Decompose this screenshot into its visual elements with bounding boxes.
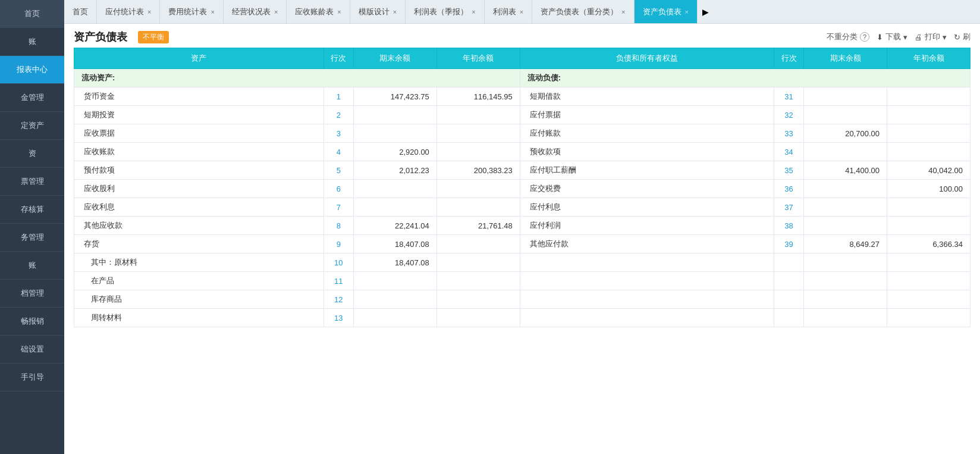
left-end-balance xyxy=(353,124,436,143)
close-tab-expense-stats[interactable]: × xyxy=(211,8,214,15)
right-end-balance: 8,649.27 xyxy=(804,235,887,253)
table-container: 资产 行次 期末余额 年初余额 负债和所有者权益 行次 期末余额 年初余额 流动… xyxy=(64,48,980,454)
right-end-balance xyxy=(804,272,887,290)
tab-template-design[interactable]: 模版设计 × xyxy=(350,0,406,24)
table-row[interactable]: 库存商品 12 xyxy=(74,290,970,309)
tab-profit-quarterly[interactable]: 利润表（季报） × xyxy=(406,0,484,24)
close-tab-balance-reclassified[interactable]: × xyxy=(621,8,625,15)
close-tab-receivable-aging[interactable]: × xyxy=(337,8,341,15)
sidebar-item-basic-settings[interactable]: 础设置 xyxy=(0,336,64,364)
close-tab-payable-stats[interactable]: × xyxy=(147,8,151,15)
right-name: 应付账款 xyxy=(520,124,774,143)
table-row[interactable]: 在产品 11 xyxy=(74,272,970,290)
download-action[interactable]: ⬇ 下载 ▾ xyxy=(877,32,907,42)
table-row[interactable]: 其他应收款 8 22,241.04 21,761.48 应付利润 38 xyxy=(74,217,970,235)
section-left-label: 流动资产: xyxy=(74,69,520,87)
table-row[interactable]: 其中：原材料 10 18,407.08 xyxy=(74,253,970,272)
close-tab-operation-status[interactable]: × xyxy=(274,8,278,15)
left-year-begin xyxy=(436,106,520,124)
table-row[interactable]: 存货 9 18,407.08 其他应付款 39 8,649.27 6,366.3… xyxy=(74,235,970,253)
sidebar-item-fixed-assets[interactable]: 定资产 xyxy=(0,112,64,140)
sidebar-item-home[interactable]: 首页 xyxy=(0,0,64,28)
left-name: 货币资金 xyxy=(74,87,324,106)
right-row-num: 35 xyxy=(774,161,804,180)
sidebar-item-bill-mgmt[interactable]: 票管理 xyxy=(0,168,64,196)
right-end-balance xyxy=(804,87,887,106)
left-end-balance xyxy=(353,198,436,217)
main-content: 首页 应付统计表 × 费用统计表 × 经营状况表 × 应收账龄表 × 模版设计 … xyxy=(64,0,980,454)
right-year-begin xyxy=(887,124,970,143)
close-tab-balance-sheet[interactable]: × xyxy=(685,8,689,15)
right-row-num: 36 xyxy=(774,180,804,198)
right-end-balance xyxy=(804,198,887,217)
refresh-action[interactable]: ↻ 刷 xyxy=(954,32,970,42)
left-row-num: 11 xyxy=(323,272,353,290)
table-row[interactable]: 短期投资 2 应付票据 32 xyxy=(74,106,970,124)
table-row[interactable]: 周转材料 13 xyxy=(74,309,970,327)
left-year-begin xyxy=(436,253,520,272)
no-reclassify-action[interactable]: 不重分类 ? xyxy=(827,32,869,42)
sidebar-item-quick-report[interactable]: 畅报销 xyxy=(0,308,64,336)
tab-balance-reclassified[interactable]: 资产负债表（重分类） × xyxy=(532,0,634,24)
right-row-num xyxy=(774,309,804,327)
sidebar-item-fund-mgmt[interactable]: 金管理 xyxy=(0,84,64,112)
table-row[interactable]: 应收账款 4 2,920.00 预收款项 34 xyxy=(74,143,970,161)
left-name: 应收利息 xyxy=(74,198,324,217)
left-year-begin xyxy=(436,180,520,198)
sidebar-item-task-mgmt[interactable]: 务管理 xyxy=(0,224,64,252)
table-row[interactable]: 应收股利 6 应交税费 36 100.00 xyxy=(74,180,970,198)
left-year-begin xyxy=(436,235,520,253)
tab-receivable-aging[interactable]: 应收账龄表 × xyxy=(287,0,350,24)
refresh-label: 刷 xyxy=(963,32,970,42)
close-tab-profit-quarterly[interactable]: × xyxy=(472,8,475,15)
left-end-balance xyxy=(353,106,436,124)
table-row[interactable]: 预付款项 5 2,012.23 200,383.23 应付职工薪酬 35 41,… xyxy=(74,161,970,180)
right-name: 应交税费 xyxy=(520,180,774,198)
tab-balance-sheet[interactable]: 资产负债表 × xyxy=(635,0,698,24)
right-end-balance: 41,400.00 xyxy=(804,161,887,180)
left-end-balance xyxy=(353,272,436,290)
tab-operation-status[interactable]: 经营状况表 × xyxy=(224,0,287,24)
tab-bar: 首页 应付统计表 × 费用统计表 × 经营状况表 × 应收账龄表 × 模版设计 … xyxy=(64,0,980,24)
print-label: 打印 xyxy=(925,32,940,42)
sidebar-item-report-center[interactable]: 报表中心 xyxy=(0,56,64,84)
left-name: 存货 xyxy=(74,235,324,253)
sidebar-item-stock-settlement[interactable]: 存核算 xyxy=(0,196,64,224)
left-year-begin xyxy=(436,309,520,327)
sidebar-item-ledger[interactable]: 账 xyxy=(0,252,64,280)
sidebar-item-guide[interactable]: 手引导 xyxy=(0,364,64,392)
left-row-num: 8 xyxy=(323,217,353,235)
right-end-balance xyxy=(804,143,887,161)
sidebar-item-account[interactable]: 账 xyxy=(0,28,64,56)
tab-home[interactable]: 首页 xyxy=(64,0,97,24)
left-year-begin xyxy=(436,290,520,309)
download-icon: ⬇ xyxy=(877,33,883,42)
col-year-begin-left: 年初余额 xyxy=(436,48,520,69)
download-label: 下载 xyxy=(885,32,901,42)
right-name xyxy=(520,253,774,272)
help-icon[interactable]: ? xyxy=(860,32,869,42)
table-row[interactable]: 应收票据 3 应付账款 33 20,700.00 xyxy=(74,124,970,143)
print-chevron-icon: ▾ xyxy=(943,33,947,42)
tab-payable-stats[interactable]: 应付统计表 × xyxy=(97,0,160,24)
close-tab-template-design[interactable]: × xyxy=(393,8,397,15)
left-row-num: 6 xyxy=(323,180,353,198)
left-name: 周转材料 xyxy=(74,309,324,327)
right-row-num: 32 xyxy=(774,106,804,124)
right-year-begin: 40,042.00 xyxy=(887,161,970,180)
col-year-begin-right: 年初余额 xyxy=(887,48,970,69)
tab-scroll-right[interactable]: ▶ xyxy=(698,7,714,17)
tab-expense-stats[interactable]: 费用统计表 × xyxy=(160,0,223,24)
print-action[interactable]: 🖨 打印 ▾ xyxy=(915,32,947,42)
tab-profit[interactable]: 利润表 × xyxy=(485,0,532,24)
close-tab-profit[interactable]: × xyxy=(520,8,523,15)
sidebar-item-investment[interactable]: 资 xyxy=(0,140,64,168)
table-row[interactable]: 应收利息 7 应付利息 37 xyxy=(74,198,970,217)
right-row-num: 33 xyxy=(774,124,804,143)
right-year-begin: 6,366.34 xyxy=(887,235,970,253)
sidebar-item-archive-mgmt[interactable]: 档管理 xyxy=(0,280,64,308)
col-row-num-left: 行次 xyxy=(323,48,353,69)
left-name: 应收票据 xyxy=(74,124,324,143)
right-end-balance xyxy=(804,217,887,235)
table-row[interactable]: 货币资金 1 147,423.75 116,145.95 短期借款 31 xyxy=(74,87,970,106)
